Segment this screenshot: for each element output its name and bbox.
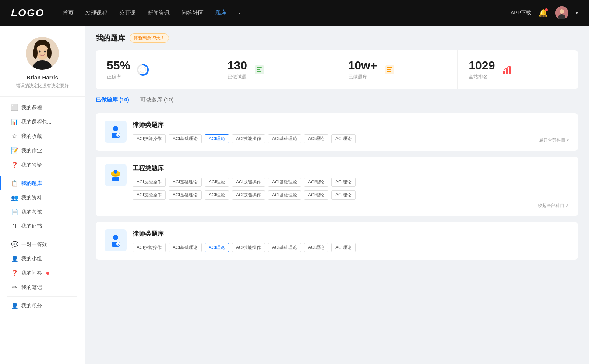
one-on-one-icon: 💬 [11,241,18,248]
tag-2b-2[interactable]: ACI基础理论 [169,190,202,200]
qbank-engineer-icon [105,164,127,186]
tag-2-1[interactable]: ACI技能操作 [133,178,166,187]
tag-1-4[interactable]: ACI技能操作 [232,134,265,143]
certificate-icon: 🗒 [11,223,18,229]
tag-1-1[interactable]: ACI技能操作 [133,134,166,143]
svg-rect-22 [503,71,505,74]
courses-icon: ⬜ [11,104,18,111]
my-data-icon: 👥 [11,194,18,201]
collapse-btn-engineer[interactable]: 收起全部科目 ∧ [133,203,569,209]
lawyer-svg-icon-1: ✓ [109,125,123,139]
tag-1-3[interactable]: ACI理论 [205,134,229,143]
tag-1-2[interactable]: ACI基础理论 [169,134,202,143]
stat-accuracy-number: 55% [107,59,130,72]
sidebar-item-my-courses[interactable]: ⬜ 我的课程 [0,100,85,115]
tag-3-4[interactable]: ACI技能操作 [232,243,265,252]
tag-2-7[interactable]: ACI理论 [331,178,356,187]
notification-bell[interactable]: 🔔 [539,8,548,17]
tag-3-6[interactable]: ACI理论 [304,243,328,252]
tag-2-5[interactable]: ACI基础理论 [268,178,301,187]
stat-accuracy-text: 55% 正确率 [107,59,130,80]
tag-2b-5[interactable]: ACI基础理论 [268,190,301,200]
sidebar-item-my-data-label: 我的资料 [21,195,42,201]
svg-rect-23 [506,68,508,74]
sidebar-divider-1 [7,174,77,174]
my-qa-icon: ❓ [11,270,18,276]
nav-qa[interactable]: 问答社区 [181,10,204,17]
tag-2-6[interactable]: ACI理论 [304,178,328,187]
tag-3-5[interactable]: ACI基础理论 [268,243,301,252]
svg-point-10 [44,51,46,53]
svg-rect-20 [387,69,391,70]
svg-rect-15 [257,67,262,68]
tag-2b-4[interactable]: ACI技能操作 [232,190,265,200]
notification-dot [545,8,548,11]
qbank-name-engineer: 工程类题库 [133,164,569,172]
svg-rect-31 [112,175,119,176]
stat-accuracy-label: 正确率 [107,74,130,80]
svg-point-25 [113,126,118,131]
stat-banks-done: 10w+ 已做题库 [337,50,458,89]
navbar: LOGO 首页 发现课程 公开课 新闻资讯 问答社区 题库 ··· APP下载 … [0,0,589,26]
nav-home[interactable]: 首页 [63,10,74,17]
svg-point-5 [36,45,49,60]
sidebar-item-my-qa[interactable]: ❓ 我的问答 [0,266,85,280]
tag-2-3[interactable]: ACI理论 [205,178,229,187]
questions-list-icon [253,63,266,76]
engineer-svg-icon [109,168,123,182]
sidebar-item-favorites[interactable]: ☆ 我的收藏 [0,129,85,143]
nav-question-bank[interactable]: 题库 [215,9,226,17]
tag-2b-7[interactable]: ACI理论 [331,190,356,200]
svg-point-9 [39,51,41,53]
qbank-tags-row-2: ACI技能操作 ACI基础理论 ACI理论 ACI技能操作 ACI基础理论 AC… [133,178,569,187]
qbank-card-header-3: ✓ 律师类题库 ACI技能操作 ACI基础理论 ACI理论 ACI技能操作 AC… [105,229,569,252]
tag-2b-1[interactable]: ACI技能操作 [133,190,166,200]
stat-rank-text: 1029 全站排名 [469,59,495,80]
sidebar-item-question-bank[interactable]: 📋 我的题库 [0,176,85,190]
nav-more[interactable]: ··· [238,9,244,17]
nav-news[interactable]: 新闻资讯 [148,10,170,17]
main-layout: Brian Harris 错误的决定比没有决定要好 ⬜ 我的课程 📊 我的课程包… [0,26,589,364]
qbank-name-lawyer-2: 律师类题库 [133,229,569,238]
expand-btn-1[interactable]: 展开全部科目 > [539,137,569,143]
tag-1-6[interactable]: ACI理论 [304,134,328,143]
sidebar-item-my-notes[interactable]: ✏ 我的笔记 [0,280,85,295]
stats-row: 55% 正确率 130 已做试题 [96,50,578,89]
sidebar-item-my-group[interactable]: 👤 我的小组 [0,251,85,266]
tag-1-5[interactable]: ACI基础理论 [268,134,301,143]
sidebar-item-course-package[interactable]: 📊 我的课程包... [0,115,85,129]
tab-done[interactable]: 已做题库 (10) [96,96,129,107]
tag-3-2[interactable]: ACI基础理论 [169,243,202,252]
sidebar-item-one-on-one[interactable]: 💬 一对一答疑 [0,237,85,251]
stat-questions-done: 130 已做试题 [216,50,337,89]
svg-point-13 [140,67,146,73]
sidebar-menu: ⬜ 我的课程 📊 我的课程包... ☆ 我的收藏 📝 我的作业 ❓ 我的答疑 📋 [0,97,85,317]
sidebar-item-my-exam[interactable]: 📄 我的考试 [0,205,85,219]
tag-3-1[interactable]: ACI技能操作 [133,243,166,252]
tag-2-4[interactable]: ACI技能操作 [232,178,265,187]
sidebar-item-certificate[interactable]: 🗒 我的证书 [0,219,85,233]
tag-2-2[interactable]: ACI基础理论 [169,178,202,187]
sidebar-item-my-points[interactable]: 👤 我的积分 [0,299,85,313]
avatar-dropdown-arrow[interactable]: ▾ [576,10,578,15]
qbank-lawyer-icon-2: ✓ [105,229,127,251]
sidebar-item-my-data[interactable]: 👥 我的资料 [0,190,85,205]
rank-chart-icon [501,63,514,76]
qbank-card-body-1: 律师类题库 ACI技能操作 ACI基础理论 ACI理论 ACI技能操作 ACI基… [133,121,569,143]
sidebar-item-homework[interactable]: 📝 我的作业 [0,143,85,158]
tag-1-7[interactable]: ACI理论 [331,134,356,143]
tag-2b-3[interactable]: ACI理论 [205,190,229,200]
tag-3-7[interactable]: ACI理论 [331,243,356,252]
svg-point-34 [113,235,118,240]
app-download-button[interactable]: APP下载 [511,10,531,16]
tag-2b-6[interactable]: ACI理论 [304,190,328,200]
profile-avatar [26,37,59,70]
nav-discover[interactable]: 发现课程 [85,10,107,17]
nav-open-course[interactable]: 公开课 [119,10,136,17]
tab-available[interactable]: 可做题库 (10) [140,96,174,107]
sidebar-item-qa[interactable]: ❓ 我的答疑 [0,158,85,172]
sidebar-item-certificate-label: 我的证书 [21,223,42,229]
avatar[interactable] [555,6,568,19]
page-title: 我的题库 [96,33,125,43]
tag-3-3[interactable]: ACI理论 [205,243,229,252]
